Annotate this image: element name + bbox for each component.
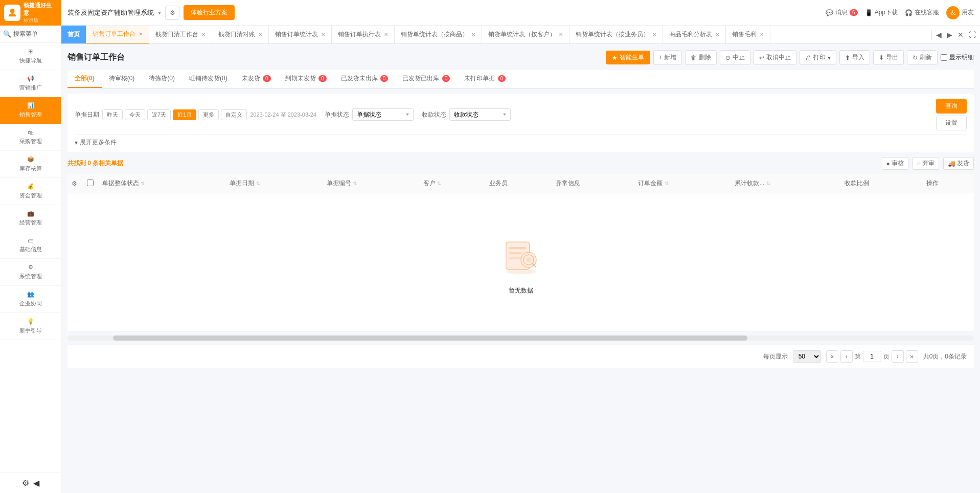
page-first-btn[interactable]: «: [826, 350, 838, 363]
solution-btn[interactable]: 体验行业方案: [184, 5, 235, 20]
user-area[interactable]: 友 用友: [946, 6, 974, 19]
sort-collected-icon[interactable]: ⇅: [766, 181, 770, 186]
tab-close-stats-product[interactable]: ✕: [471, 32, 475, 37]
date-btn-more[interactable]: 更多: [198, 109, 219, 120]
tab-margin[interactable]: 商品毛利分析表 ✕: [663, 26, 726, 44]
date-btn-7days[interactable]: 近7天: [147, 109, 171, 120]
tab-sales-more[interactable]: 销售毛利 ✕: [726, 26, 770, 44]
tab-fullscreen-icon[interactable]: ⛶: [967, 30, 978, 40]
th-settings[interactable]: ⚙: [67, 174, 83, 193]
print-btn[interactable]: 🖨 打印 ▾: [800, 50, 836, 65]
show-detail-toggle[interactable]: 显示明细: [941, 53, 974, 62]
smart-create-btn[interactable]: ★ 智能生单: [606, 51, 650, 64]
sub-tab-not-shipped[interactable]: 未发货 0: [235, 70, 278, 88]
sort-customer-icon[interactable]: ⇅: [437, 181, 441, 186]
tab-close-cash-daily[interactable]: ✕: [201, 32, 206, 37]
set-btn[interactable]: 设置: [936, 116, 967, 130]
tab-close-stats-staff[interactable]: ✕: [652, 32, 656, 37]
sidebar-nav-item-base[interactable]: 🗃 基础信息: [0, 232, 61, 259]
payment-select[interactable]: 收款状态: [449, 108, 511, 121]
tab-cash-reconcile[interactable]: 钱货日清对账 ✕: [212, 26, 269, 44]
star-icon: ★: [612, 54, 618, 61]
sub-tab-shipped-not-out[interactable]: 已发货未出库 0: [334, 70, 396, 88]
import-btn[interactable]: ⬆ 导入: [839, 50, 870, 65]
horizontal-scrollbar[interactable]: [67, 335, 974, 341]
sub-tab-not-printed[interactable]: 未打印单据 0: [457, 70, 513, 88]
topbar-settings-btn[interactable]: ⚙: [165, 6, 179, 20]
refresh-btn[interactable]: ↻ 刷新: [907, 50, 938, 65]
sidebar-nav-item-guide[interactable]: 💡 新手引导: [0, 313, 61, 340]
tab-close-margin[interactable]: ✕: [715, 32, 719, 37]
sidebar-nav-item-quick-nav[interactable]: ⊞ 快捷导航: [0, 43, 61, 70]
tab-cash-daily[interactable]: 钱货日清工作台 ✕: [149, 26, 212, 44]
collapse-icon[interactable]: ◀: [33, 478, 39, 488]
sort-status-icon[interactable]: ⇅: [141, 181, 145, 186]
cancel-stop-btn[interactable]: ↩ 取消中止: [754, 50, 796, 65]
date-btn-today[interactable]: 今天: [125, 109, 145, 120]
online-service-btn[interactable]: 🎧 在线客服: [905, 8, 939, 17]
select-all-checkbox[interactable]: [87, 180, 94, 186]
query-btn[interactable]: 查询: [936, 99, 967, 114]
tab-close-sales-more[interactable]: ✕: [760, 32, 764, 37]
sidebar-search[interactable]: 🔍 搜索菜单: [0, 26, 61, 43]
sidebar-nav-item-marketing[interactable]: 📢 营销推广: [0, 70, 61, 97]
sub-tab-overdue[interactable]: 到期未发货 0: [278, 70, 334, 88]
page-next-btn[interactable]: ›: [892, 350, 904, 363]
show-detail-checkbox[interactable]: [941, 54, 947, 61]
sort-number-icon[interactable]: ⇅: [353, 181, 357, 186]
sidebar-nav-item-collab[interactable]: 👥 企业协同: [0, 286, 61, 313]
sub-tab-pending-inspect[interactable]: 待拣货(0): [142, 70, 182, 88]
briefcase-icon: 💼: [27, 210, 34, 217]
tab-close-all-icon[interactable]: ✕: [955, 30, 966, 40]
ship-op-btn[interactable]: 🚚 发货: [943, 157, 974, 170]
tab-close-stats-customer[interactable]: ✕: [559, 32, 563, 37]
data-table: ⚙ 单据整体状态 ⇅ 单据日期 ⇅ 单据编号 ⇅: [67, 174, 974, 331]
settings-icon[interactable]: ⚙: [22, 478, 29, 488]
cancel-review-op-btn[interactable]: ○ 弃审: [913, 157, 939, 170]
tab-stats-staff[interactable]: 销货单统计表（按业务员） ✕: [569, 26, 663, 44]
tab-stats-product[interactable]: 销货单统计表（按商品） ✕: [395, 26, 482, 44]
column-settings-icon[interactable]: ⚙: [72, 180, 77, 187]
tab-sales-stats[interactable]: 销售订单统计表 ✕: [269, 26, 332, 44]
scrollbar-thumb[interactable]: [113, 335, 747, 341]
sort-date-icon[interactable]: ⇅: [256, 181, 260, 186]
tab-sales-order[interactable]: 销售订单工作台 ✕: [86, 26, 149, 44]
sidebar-nav-item-finance[interactable]: 💰 资金管理: [0, 178, 61, 205]
sidebar-nav-item-inventory[interactable]: 📦 库存核算: [0, 151, 61, 178]
tab-sales-exec[interactable]: 销售订单执行表 ✕: [332, 26, 395, 44]
tab-stats-customer[interactable]: 销货单统计表（按客户） ✕: [482, 26, 569, 44]
sidebar-nav-item-sales[interactable]: 📊 销售管理: [0, 97, 61, 124]
review-op-btn[interactable]: ● 审核: [882, 157, 908, 170]
tab-home[interactable]: 首页: [61, 26, 86, 44]
message-btn[interactable]: 💬 消息 6: [826, 8, 858, 17]
page-last-btn[interactable]: »: [906, 350, 918, 363]
sidebar-nav-item-purchase[interactable]: 🛍 采购管理: [0, 124, 61, 151]
date-btn-yesterday[interactable]: 昨天: [102, 109, 123, 120]
tab-close-sales-order[interactable]: ✕: [139, 31, 143, 37]
date-btn-custom[interactable]: 自定义: [221, 109, 247, 120]
status-select[interactable]: 单据状态: [352, 108, 414, 121]
page-input[interactable]: [863, 351, 881, 362]
page-size-select[interactable]: 10 20 50 100: [793, 350, 821, 363]
delete-btn[interactable]: 🗑 删除: [685, 50, 717, 65]
tab-close-cash-reconcile[interactable]: ✕: [258, 32, 262, 37]
tab-close-sales-stats[interactable]: ✕: [321, 32, 325, 37]
stop-btn[interactable]: ⊙ 中止: [720, 50, 750, 65]
sort-amount-icon[interactable]: ⇅: [665, 181, 669, 186]
date-btn-1month[interactable]: 近1月: [173, 109, 196, 120]
export-btn[interactable]: ⬇ 导出: [873, 50, 904, 65]
sub-tab-pending-review[interactable]: 待审核(0): [102, 70, 142, 88]
sidebar-nav-item-system[interactable]: ⚙ 系统管理: [0, 259, 61, 286]
new-btn[interactable]: + 新增: [653, 50, 682, 65]
tab-close-sales-exec[interactable]: ✕: [384, 32, 388, 37]
expand-more-btn[interactable]: ▾ 展开更多条件: [75, 135, 967, 147]
sidebar-nav-item-operations[interactable]: 💼 经营管理: [0, 205, 61, 232]
tab-prev-icon[interactable]: ◀: [934, 30, 944, 40]
sub-tab-shipped-out[interactable]: 已发货已出库 0: [395, 70, 457, 88]
sub-tab-all[interactable]: 全部(0): [67, 70, 102, 88]
app-download-btn[interactable]: 📱 App下载: [865, 8, 898, 17]
overdue-label: 到期未发货: [285, 75, 316, 82]
page-prev-btn[interactable]: ‹: [840, 350, 853, 363]
tab-next-icon[interactable]: ▶: [945, 30, 954, 40]
sub-tab-wangpu[interactable]: 旺铺待发货(0): [182, 70, 235, 88]
